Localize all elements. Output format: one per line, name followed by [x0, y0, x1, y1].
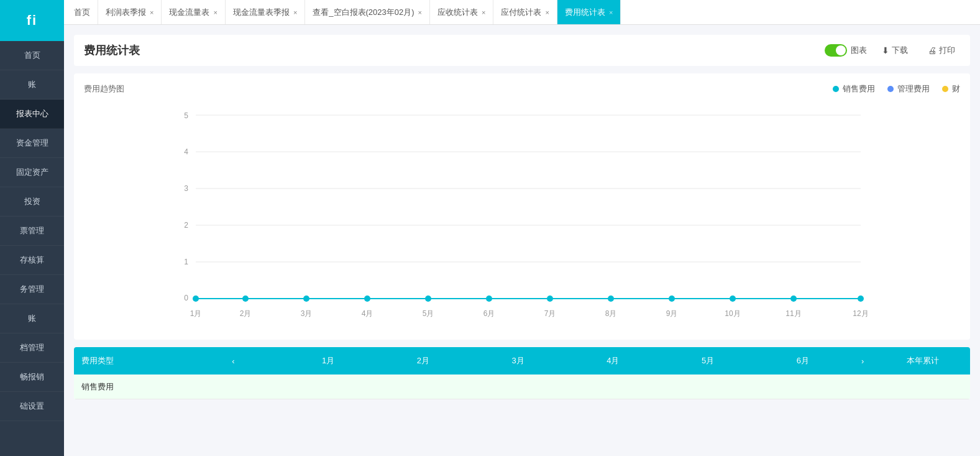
data-point-12	[858, 295, 864, 302]
col-nav-next[interactable]: ›	[850, 356, 875, 366]
chart-container: 5 4 3 2 1 0	[84, 100, 960, 330]
tab-cashflow-q[interactable]: 现金流量表季报 ×	[226, 0, 305, 25]
sidebar-item-reports[interactable]: 报表中心	[0, 100, 64, 129]
data-point-10	[730, 295, 736, 302]
sidebar: fi 首页 账 报表中心 资金管理 固定资产 投资 票管理 存核算 务管理 账 …	[0, 0, 64, 456]
tab-home[interactable]: 首页	[66, 0, 98, 25]
sidebar-item-tickets[interactable]: 票管理	[0, 216, 64, 246]
svg-text:5: 5	[184, 111, 188, 120]
col-month1: 1月	[281, 355, 376, 366]
sidebar-item-assets[interactable]: 固定资产	[0, 158, 64, 187]
tab-close-cashflow[interactable]: ×	[213, 9, 217, 16]
svg-text:12月: 12月	[853, 309, 868, 318]
data-table: 费用类型 ‹ 1月 2月 3月 4月 5月 6月 › 本年累计 销售费用	[74, 347, 970, 399]
tab-close-cashflow-q[interactable]: ×	[293, 9, 297, 16]
sidebar-item-service[interactable]: 务管理	[0, 275, 64, 304]
chart-title: 费用趋势图	[84, 83, 124, 95]
tab-close-payable[interactable]: ×	[545, 9, 549, 16]
legend-finance: 财	[942, 83, 960, 95]
row-type-sales: 销售费用	[74, 381, 186, 393]
download-button[interactable]: ⬇ 下载	[877, 42, 913, 58]
legend-label-finance: 财	[952, 83, 960, 95]
data-point-5	[425, 295, 431, 302]
col-month5: 5月	[661, 355, 756, 366]
sidebar-item-inventory[interactable]: 存核算	[0, 246, 64, 275]
app-logo: fi	[0, 0, 64, 41]
table-header: 费用类型 ‹ 1月 2月 3月 4月 5月 6月 › 本年累计	[74, 347, 970, 375]
sidebar-item-invest[interactable]: 投资	[0, 187, 64, 216]
svg-text:4月: 4月	[362, 309, 373, 318]
tab-close-expense[interactable]: ×	[609, 9, 613, 16]
svg-text:3月: 3月	[301, 309, 313, 318]
chart-toggle[interactable]	[825, 44, 847, 57]
svg-text:7月: 7月	[544, 309, 556, 318]
chart-svg: 5 4 3 2 1 0	[84, 100, 960, 330]
data-point-6	[486, 295, 492, 302]
prev-arrow-icon[interactable]: ‹	[232, 356, 234, 366]
tab-cashflow[interactable]: 现金流量表 ×	[162, 0, 225, 25]
sidebar-item-archive[interactable]: 档管理	[0, 333, 64, 363]
header-actions: 图表 ⬇ 下载 🖨 打印	[825, 42, 960, 58]
col-month6: 6月	[756, 355, 851, 366]
download-icon: ⬇	[882, 45, 889, 55]
page-title: 费用统计表	[84, 43, 140, 58]
data-point-8	[608, 295, 614, 302]
legend-admin: 管理费用	[887, 83, 930, 95]
svg-text:6月: 6月	[483, 309, 495, 318]
data-point-4	[364, 295, 370, 302]
data-point-9	[669, 295, 675, 302]
svg-text:10月: 10月	[725, 309, 740, 318]
chart-toggle-wrapper: 图表	[825, 44, 867, 57]
tab-close-profit[interactable]: ×	[150, 9, 153, 16]
col-yearly: 本年累计	[875, 355, 970, 366]
legend-sales: 销售费用	[833, 83, 875, 95]
svg-text:9月: 9月	[666, 309, 678, 318]
tab-blank-report[interactable]: 查看_空白报表(2023年02月) ×	[305, 0, 430, 25]
data-point-3	[303, 295, 309, 302]
legend-dot-sales	[833, 86, 839, 92]
svg-text:2月: 2月	[240, 309, 252, 318]
page-header: 费用统计表 图表 ⬇ 下载 🖨 打印	[74, 35, 970, 66]
tab-payable[interactable]: 应付统计表 ×	[493, 0, 557, 25]
data-point-1	[193, 295, 199, 302]
legend-dot-finance	[942, 86, 948, 92]
svg-text:2: 2	[184, 221, 188, 230]
svg-text:0: 0	[184, 294, 188, 302]
chart-header: 费用趋势图 销售费用 管理费用 财	[84, 83, 960, 95]
table-row: 销售费用	[74, 375, 970, 399]
tab-profit[interactable]: 利润表季报 ×	[98, 0, 162, 25]
tab-close-blank-report[interactable]: ×	[418, 9, 422, 16]
tab-expense[interactable]: 费用统计表 ×	[557, 0, 621, 25]
sidebar-item-home[interactable]: 首页	[0, 41, 64, 70]
tab-receivable[interactable]: 应收统计表 ×	[430, 0, 493, 25]
sidebar-item-funds[interactable]: 资金管理	[0, 129, 64, 158]
col-nav-prev[interactable]: ‹	[186, 356, 281, 366]
data-point-2	[242, 295, 249, 302]
svg-text:1月: 1月	[190, 309, 202, 318]
sidebar-item-expense[interactable]: 畅报销	[0, 363, 64, 392]
download-label: 下载	[892, 45, 908, 56]
legend-label-admin: 管理费用	[897, 83, 930, 95]
print-button[interactable]: 🖨 打印	[923, 42, 960, 58]
legend-label-sales: 销售费用	[843, 83, 875, 95]
legend-dot-admin	[887, 86, 894, 92]
chart-card: 费用趋势图 销售费用 管理费用 财	[74, 73, 970, 340]
svg-text:5月: 5月	[423, 309, 434, 318]
tab-close-receivable[interactable]: ×	[482, 9, 485, 16]
sidebar-item-ledger[interactable]: 账	[0, 304, 64, 333]
data-point-11	[790, 295, 797, 302]
print-icon: 🖨	[928, 45, 936, 55]
data-point-7	[547, 295, 553, 302]
next-arrow-icon[interactable]: ›	[861, 356, 864, 366]
sidebar-item-account[interactable]: 账	[0, 70, 64, 100]
content-area: 费用统计表 图表 ⬇ 下载 🖨 打印 费用趋势图	[64, 25, 980, 456]
svg-text:8月: 8月	[605, 309, 617, 318]
col-month4: 4月	[566, 355, 661, 366]
col-month3: 3月	[470, 355, 566, 366]
tab-bar: 首页 利润表季报 × 现金流量表 × 现金流量表季报 × 查看_空白报表(202…	[64, 0, 980, 25]
svg-text:1: 1	[184, 258, 188, 266]
chart-legend: 销售费用 管理费用 财	[833, 83, 960, 95]
sidebar-item-settings[interactable]: 础设置	[0, 392, 64, 421]
svg-text:4: 4	[184, 147, 188, 156]
print-label: 打印	[939, 45, 955, 56]
